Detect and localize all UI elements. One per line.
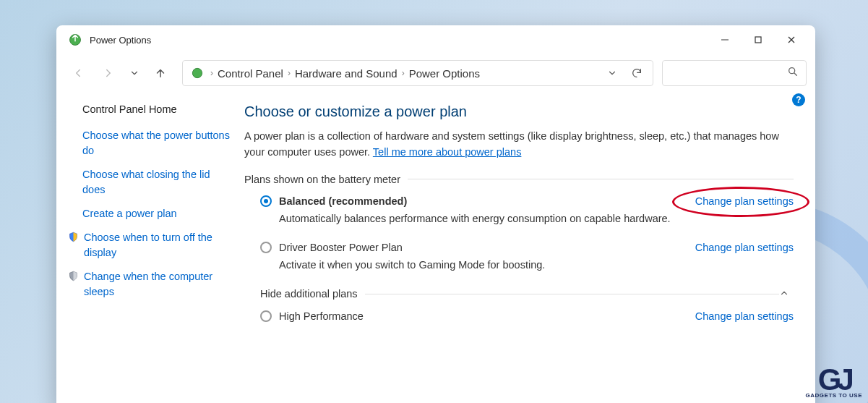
power-options-path-icon <box>189 64 206 82</box>
window-controls <box>708 27 808 53</box>
svg-line-9 <box>794 73 796 75</box>
shield-icon <box>68 269 80 300</box>
recent-locations-button[interactable] <box>126 60 143 86</box>
main-panel: ? Choose or customize a power plan A pow… <box>237 92 815 403</box>
plan-radio-driver-booster[interactable]: Driver Booster Power Plan <box>260 242 403 253</box>
change-plan-settings-link[interactable]: Change plan settings <box>695 310 794 322</box>
content-area: Control Panel Home Choose what the power… <box>56 92 815 403</box>
sidebar-link-create-plan[interactable]: Create a power plan <box>68 206 230 221</box>
forward-button[interactable] <box>95 60 121 86</box>
refresh-button[interactable] <box>627 63 647 83</box>
plan-description: Automatically balances performance with … <box>279 213 794 224</box>
sidebar: Control Panel Home Choose what the power… <box>56 92 237 403</box>
breadcrumb-separator-icon: › <box>288 68 291 78</box>
control-panel-home-link[interactable]: Control Panel Home <box>68 103 230 115</box>
change-plan-settings-link[interactable]: Change plan settings <box>695 195 794 207</box>
svg-point-8 <box>789 68 795 74</box>
chevron-up-icon <box>779 288 794 300</box>
shield-icon <box>68 230 80 260</box>
breadcrumb-item[interactable]: Hardware and Sound <box>295 67 398 80</box>
power-plan-high-performance: High Performance Change plan settings <box>260 310 794 322</box>
maximize-button[interactable] <box>742 27 775 53</box>
breadcrumb-item[interactable]: Power Options <box>409 67 480 80</box>
change-plan-settings-link[interactable]: Change plan settings <box>695 242 794 253</box>
hide-additional-plans-toggle[interactable]: Hide additional plans <box>260 288 794 300</box>
close-button[interactable] <box>775 27 808 53</box>
search-icon <box>787 66 799 80</box>
power-options-icon <box>68 33 82 47</box>
plan-description: Activate it when you switch to Gaming Mo… <box>279 259 794 271</box>
watermark: GJ GADGETS TO USE <box>806 368 862 399</box>
up-button[interactable] <box>147 60 173 86</box>
page-description: A power plan is a collection of hardware… <box>244 129 794 161</box>
radio-icon <box>260 195 272 207</box>
plan-radio-balanced[interactable]: Balanced (recommended) <box>260 195 407 207</box>
breadcrumb-separator-icon: › <box>210 68 213 78</box>
address-dropdown-button[interactable] <box>602 63 622 83</box>
tell-me-more-link[interactable]: Tell me more about power plans <box>373 146 522 158</box>
sidebar-link-display-off[interactable]: Choose when to turn off the display <box>68 230 230 260</box>
power-plan-balanced: Balanced (recommended) Change plan setti… <box>260 195 794 224</box>
navigation-bar: › Control Panel › Hardware and Sound › P… <box>56 54 815 92</box>
back-button[interactable] <box>65 60 91 86</box>
page-heading: Choose or customize a power plan <box>244 103 794 120</box>
window-title: Power Options <box>90 35 708 46</box>
breadcrumb-separator-icon: › <box>402 68 405 78</box>
radio-icon <box>260 310 272 322</box>
sidebar-link-lid[interactable]: Choose what closing the lid does <box>68 167 230 198</box>
titlebar: Power Options <box>56 25 815 54</box>
help-button[interactable]: ? <box>792 93 805 106</box>
plan-name: Balanced (recommended) <box>279 195 407 207</box>
watermark-text: GADGETS TO USE <box>806 392 862 399</box>
power-options-window: Power Options <box>56 25 815 403</box>
plan-name: Driver Booster Power Plan <box>279 242 403 253</box>
plan-name: High Performance <box>279 310 364 322</box>
sidebar-link-sleep[interactable]: Change when the computer sleeps <box>68 269 230 300</box>
minimize-button[interactable] <box>708 27 742 53</box>
power-plan-driver-booster: Driver Booster Power Plan Change plan se… <box>260 242 794 271</box>
breadcrumb-item[interactable]: Control Panel <box>218 67 283 80</box>
address-bar[interactable]: › Control Panel › Hardware and Sound › P… <box>182 60 653 86</box>
radio-icon <box>260 242 272 253</box>
plan-radio-high-performance[interactable]: High Performance <box>260 310 364 322</box>
svg-rect-3 <box>755 37 761 43</box>
search-input[interactable] <box>662 60 807 86</box>
watermark-logo: GJ <box>806 368 862 392</box>
sidebar-link-power-buttons[interactable]: Choose what the power buttons do <box>68 128 230 158</box>
plans-section-label: Plans shown on the battery meter <box>244 174 794 185</box>
